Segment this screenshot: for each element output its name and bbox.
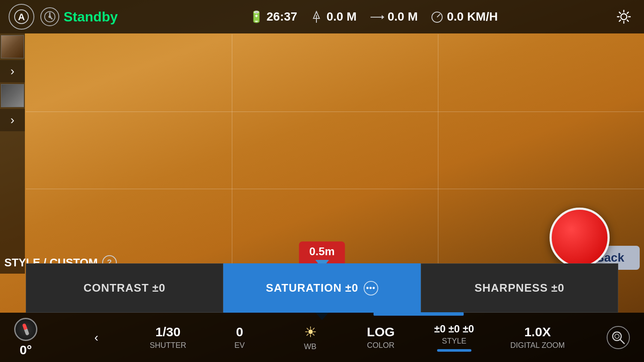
zoom-value: 1.0X [524,325,551,339]
distance-unit: M [408,10,418,24]
sharpness-value: ±0 [551,281,565,295]
shutter-item[interactable]: 1/30 SHUTTER [150,325,186,350]
contrast-button[interactable]: CONTRAST ±0 [26,263,223,313]
settings-button[interactable] [612,5,635,28]
svg-line-20 [619,20,621,21]
contrast-label: CONTRAST [83,281,149,295]
compass-needle [22,323,29,335]
app-logo: A [9,4,34,30]
thumbnail-panel: › › [0,33,25,274]
log-value: LOG [367,325,395,339]
style-values: ±0 ±0 ±0 [434,323,474,335]
sharpness-label: SHARPNESS [474,281,548,295]
chevron-left-icon: ‹ [94,331,98,344]
svg-line-11 [437,14,440,17]
compass-degrees: 0° [20,343,32,357]
shutter-value: 1/30 [155,325,180,339]
compass-icon [14,318,37,341]
ev-value: 0 [236,325,243,339]
prev-button[interactable]: ‹ [79,331,113,344]
thumbnail-arrow-2[interactable]: › [0,109,25,131]
wb-label: WB [304,342,316,351]
thumbnail-arrow-1[interactable]: › [0,60,25,82]
svg-point-23 [615,334,619,338]
altitude-icon [310,10,323,24]
shutter-label: SHUTTER [150,341,186,350]
signal-icon [40,7,59,26]
svg-text:A: A [18,12,25,22]
zoom-label: DIGITAL ZOOM [510,341,565,350]
altitude-unit: M [346,10,356,24]
camera-search-icon [607,326,630,349]
svg-point-5 [49,15,51,18]
style-tab-active [437,349,471,352]
distance-icon [370,10,384,24]
bottom-bar: 0° ‹ 1/30 SHUTTER 0 EV ☀ WB LOG COLOR ±0… [0,313,644,362]
battery-status: 🔋 26:37 [249,10,298,24]
style-active-indicator [374,312,464,316]
style-label-bottom: STYLE [442,337,466,346]
distance-value: 0.0 [388,10,404,24]
svg-line-19 [627,12,629,14]
thumbnail-1[interactable] [1,35,24,58]
battery-icon: 🔋 [249,10,263,24]
svg-point-12 [621,14,627,20]
saturation-button[interactable]: SATURATION ±0 ••• [223,263,421,313]
settings-strip: CONTRAST ±0 SATURATION ±0 ••• SHARPNESS … [26,263,618,313]
svg-line-18 [627,20,629,21]
speed-value: 0.0 [447,10,464,24]
contrast-value: ±0 [152,281,166,295]
svg-marker-9 [382,15,384,19]
style-item[interactable]: ±0 ±0 ±0 STYLE [434,323,474,352]
speed-icon [431,10,444,24]
ev-label: EV [234,341,245,350]
zoom-item[interactable]: 1.0X DIGITAL ZOOM [510,325,565,350]
log-color-item[interactable]: LOG COLOR [364,325,398,350]
svg-line-17 [619,12,621,14]
compass-item[interactable]: 0° [9,318,43,357]
altitude-status: 0.0 M [310,10,356,24]
speed-unit: KM/H [467,10,498,24]
record-button[interactable] [550,208,610,268]
distance-status: 0.0 M [370,10,418,24]
camera-search-item[interactable] [601,326,635,349]
standby-label: Standby [64,9,118,25]
log-label: COLOR [367,341,395,350]
wb-item[interactable]: ☀ WB [293,323,328,351]
speed-status: 0.0 KM/H [431,10,498,24]
sharpness-button[interactable]: SHARPNESS ±0 [421,263,618,313]
status-bar: 🔋 26:37 0.0 M 0.0 M [135,10,612,24]
battery-time: 26:37 [267,10,298,24]
ev-item[interactable]: 0 EV [222,325,257,350]
svg-line-22 [620,340,624,344]
svg-point-21 [613,332,621,341]
more-options-icon[interactable]: ••• [364,281,378,296]
wb-icon: ☀ [304,323,317,341]
saturation-value: ±0 [345,281,358,295]
saturation-label: SATURATION [266,281,342,295]
thumbnail-2[interactable] [1,84,24,107]
altitude-value: 0.0 [326,10,343,24]
top-bar: A Standby 🔋 26:37 0.0 M [0,0,644,33]
